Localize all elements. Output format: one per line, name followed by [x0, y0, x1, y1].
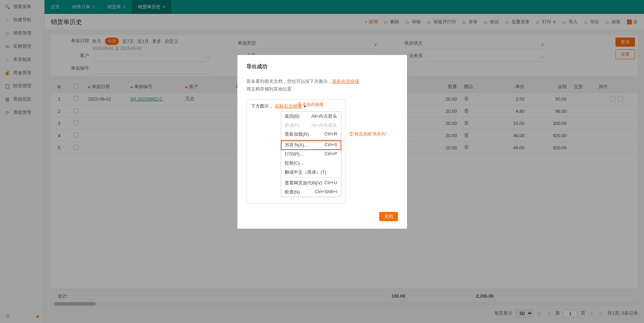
- modal-illustration: ① 右击此链接 下方图示， 鼠标右击链接 ➤ 返回(B)Alt+向左箭头前进(F…: [246, 99, 346, 204]
- ctx-item: 打印(P)...Ctrl+P: [281, 150, 341, 159]
- right-click-link[interactable]: 鼠标右击链接: [332, 79, 359, 84]
- ctx-item: 投射(C)...: [281, 159, 341, 168]
- context-menu-illustration: 返回(B)Alt+向左箭头前进(F)Alt+向右箭头重新加载(R)Ctrl+R另…: [281, 111, 341, 197]
- modal-description: 若未看到相关文档，您也可以按下方图示，鼠标右击链接 将文档存储到其他位置。: [246, 78, 398, 93]
- ctx-item: 另存为(A)...Ctrl+S: [281, 140, 341, 150]
- ctx-item: 返回(B)Alt+向左箭头: [281, 112, 341, 121]
- ctx-item: 查看网页源代码(V)Ctrl+U: [281, 179, 341, 188]
- modal-overlay[interactable]: 导出成功 若未看到相关文档，您也可以按下方图示，鼠标右击链接 将文档存储到其他位…: [0, 0, 644, 323]
- ctx-item: 检查(N)Ctrl+Shift+I: [281, 188, 341, 197]
- annotation-2: ② 然后选择"另存为": [349, 131, 387, 137]
- annotation-1: ① 右击此链接: [297, 102, 324, 108]
- ctx-item: 翻成中文（简体）(T): [281, 168, 341, 177]
- export-success-modal: 导出成功 若未看到相关文档，您也可以按下方图示，鼠标右击链接 将文档存储到其他位…: [237, 55, 407, 229]
- modal-title: 导出成功: [246, 63, 398, 70]
- ctx-item: 重新加载(R)Ctrl+R: [281, 130, 341, 139]
- close-button[interactable]: 关闭: [379, 212, 398, 221]
- ctx-item: 前进(F)Alt+向右箭头: [281, 121, 341, 130]
